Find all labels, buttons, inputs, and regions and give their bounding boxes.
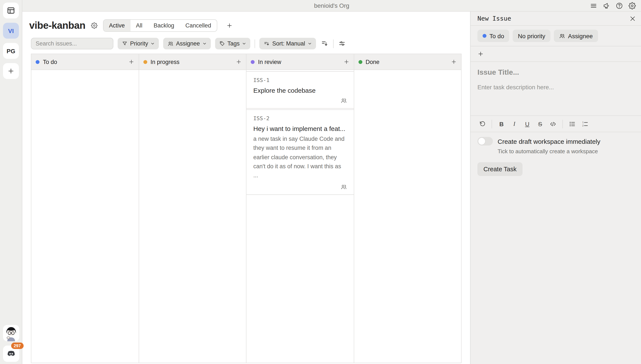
toggle-label: Create draft workspace immediately xyxy=(498,138,600,145)
megaphone-icon[interactable] xyxy=(603,2,610,9)
issue-title: Hey i want to implement a feat... xyxy=(253,125,347,132)
kanban-board: To do In progress xyxy=(31,54,462,363)
add-tab-plus-icon[interactable] xyxy=(226,22,233,28)
sort-direction-button[interactable] xyxy=(320,39,329,48)
underline-button[interactable]: U xyxy=(522,118,533,130)
add-card-plus-icon[interactable] xyxy=(128,59,134,65)
close-icon[interactable] xyxy=(630,15,636,22)
search-input[interactable] xyxy=(31,38,113,49)
workspace-button-vi[interactable]: VI xyxy=(3,23,19,39)
board-settings-gear-icon[interactable] xyxy=(91,22,98,28)
view-options-button[interactable] xyxy=(338,39,346,48)
column-body xyxy=(354,70,461,363)
org-title: benioid's Org xyxy=(22,2,641,9)
page-title: vibe-kanban xyxy=(29,20,86,31)
plus-icon[interactable] xyxy=(478,51,484,57)
sort-label: Sort: Manual xyxy=(272,40,305,47)
undo-icon[interactable] xyxy=(476,118,488,130)
tags-filter-button[interactable]: Tags xyxy=(215,38,250,49)
tab-backlog[interactable]: Backlog xyxy=(148,20,180,31)
add-card-plus-icon[interactable] xyxy=(236,59,242,65)
add-property-row xyxy=(470,46,641,62)
status-dot xyxy=(251,60,254,64)
assignee-chip-label: Assignee xyxy=(568,32,593,39)
tags-filter-label: Tags xyxy=(227,40,240,47)
column-header: Done xyxy=(354,54,461,70)
discord-icon xyxy=(6,349,16,358)
discord-button[interactable]: 297 xyxy=(3,346,19,362)
priority-filter-label: Priority xyxy=(130,40,148,47)
italic-button[interactable]: I xyxy=(509,118,520,130)
workspace-initials: PG xyxy=(7,48,15,54)
column-name: To do xyxy=(43,58,125,65)
funnel-icon xyxy=(122,41,128,46)
status-tab-group: Active All Backlog Cancelled xyxy=(103,19,217,32)
column-done: Done xyxy=(354,54,461,363)
assignee-chip[interactable]: Assignee xyxy=(554,30,598,42)
column-header: To do xyxy=(31,54,138,70)
chevron-down-icon xyxy=(242,42,246,46)
toolbar-divider xyxy=(254,39,255,48)
menu-icon[interactable] xyxy=(590,2,597,9)
status-chip[interactable]: To do xyxy=(478,30,510,42)
bullet-list-button[interactable] xyxy=(567,118,578,130)
top-bar: benioid's Org xyxy=(22,0,641,12)
issue-description: a new task in say Claude Code and they w… xyxy=(253,134,347,180)
card-footer xyxy=(253,184,347,190)
priority-filter-button[interactable]: Priority xyxy=(118,38,159,49)
column-in-progress: In progress xyxy=(139,54,246,363)
topbar-actions xyxy=(590,2,636,9)
workspace-button-pg[interactable]: PG xyxy=(3,43,19,59)
issue-card-iss-2[interactable]: ISS-2 Hey i want to implement a feat... … xyxy=(246,110,354,195)
tab-cancelled[interactable]: Cancelled xyxy=(180,20,216,31)
tab-all[interactable]: All xyxy=(130,20,148,31)
card-footer xyxy=(253,98,347,104)
issue-title-input[interactable]: Issue Title... xyxy=(470,62,641,77)
panel-header: New Issue xyxy=(470,12,641,26)
panel-title: New Issue xyxy=(478,15,630,22)
toolbar-divider xyxy=(562,120,563,128)
chevron-down-icon xyxy=(151,42,154,46)
dashboard-button[interactable] xyxy=(3,2,19,18)
sort-icon xyxy=(264,40,270,46)
priority-chip[interactable]: No priority xyxy=(513,30,550,42)
column-header: In progress xyxy=(139,54,246,70)
bold-button[interactable]: B xyxy=(496,118,507,130)
column-header: In review xyxy=(246,54,354,70)
left-rail: VI PG xyxy=(0,0,22,364)
users-icon xyxy=(168,40,174,46)
status-dot xyxy=(36,60,40,64)
issue-card-iss-1[interactable]: ISS-1 Explore the codebase xyxy=(246,71,354,108)
board-title-row: vibe-kanban Active All Backlog Cancelled xyxy=(29,18,470,32)
users-icon xyxy=(559,33,565,39)
new-issue-panel: New Issue To do No priority Assignee xyxy=(470,12,641,364)
strikethrough-button[interactable]: S xyxy=(534,118,546,130)
help-icon[interactable] xyxy=(616,2,623,9)
column-name: In review xyxy=(258,58,340,65)
toolbar-divider xyxy=(333,39,334,48)
tab-active[interactable]: Active xyxy=(104,20,130,31)
layout-icon xyxy=(7,6,15,14)
column-name: In progress xyxy=(150,58,232,65)
add-workspace-button[interactable] xyxy=(3,63,19,79)
app-root: VI PG xyxy=(0,0,641,364)
create-task-button[interactable]: Create Task xyxy=(478,162,522,176)
numbered-list-button[interactable]: 12 xyxy=(580,118,591,130)
status-dot xyxy=(482,34,486,38)
column-name: Done xyxy=(366,58,447,65)
assignee-filter-button[interactable]: Assignee xyxy=(163,38,210,49)
assignee-icon[interactable] xyxy=(340,184,347,190)
priority-chip-label: No priority xyxy=(518,32,546,39)
add-card-plus-icon[interactable] xyxy=(451,59,457,65)
add-card-plus-icon[interactable] xyxy=(343,59,349,65)
user-avatar[interactable] xyxy=(3,325,19,341)
sort-button[interactable]: Sort: Manual xyxy=(259,38,316,49)
draft-workspace-toggle[interactable] xyxy=(478,137,493,146)
gear-icon[interactable] xyxy=(628,2,636,9)
svg-text:2: 2 xyxy=(582,124,584,127)
assignee-icon[interactable] xyxy=(340,98,347,104)
issue-description-input[interactable]: Enter task description here... xyxy=(470,77,641,116)
code-button[interactable] xyxy=(548,118,558,130)
toolbar-divider xyxy=(492,120,492,128)
filter-toolbar: Priority Assignee Tags xyxy=(31,38,470,49)
